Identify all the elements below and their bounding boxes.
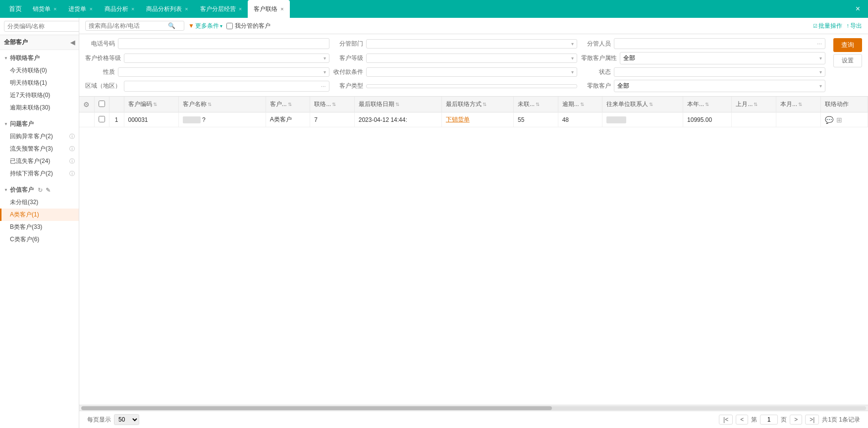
sidebar-item-churned[interactable]: 已流失客户(24) ⓘ: [0, 155, 79, 167]
td-name: Ea ?: [178, 112, 266, 127]
nav-tab-customer-ops[interactable]: 客户分层经营 ×: [194, 0, 248, 18]
refresh-icon[interactable]: ↻: [38, 187, 43, 194]
nav-tab-purchase[interactable]: 进货单 ×: [62, 0, 98, 18]
scrollbar-track[interactable]: [81, 406, 866, 410]
sort-icon[interactable]: ⇅: [288, 102, 292, 107]
nav-tab-sales[interactable]: 销货单 ×: [27, 0, 62, 18]
gear-icon[interactable]: ⚙: [83, 101, 90, 108]
sort-icon[interactable]: ⇅: [649, 102, 653, 107]
price-grade-select[interactable]: ▾: [124, 54, 329, 63]
dots-icon[interactable]: ···: [321, 83, 326, 90]
sidebar-item-tomorrow[interactable]: 明天待联络(1): [0, 77, 79, 89]
scrollbar-thumb[interactable]: [81, 406, 552, 410]
sidebar-group-pending-title[interactable]: ▼ 待联络客户: [0, 52, 79, 64]
first-page-btn[interactable]: |<: [719, 415, 733, 425]
info-icon: ⓘ: [69, 133, 75, 140]
edit-icon[interactable]: ✎: [46, 187, 51, 194]
sidebar-item-ungroup[interactable]: 未分组(32): [0, 196, 79, 209]
settings-button[interactable]: 设置: [833, 54, 862, 67]
prev-page-btn[interactable]: <: [736, 415, 748, 425]
scatter-prop-select[interactable]: 全部 ▾: [620, 52, 825, 64]
page-number-input[interactable]: [760, 415, 778, 425]
export-btn[interactable]: ↑ 导出: [846, 22, 862, 30]
dept-select[interactable]: ▾: [366, 39, 578, 49]
close-icon[interactable]: ×: [54, 6, 56, 12]
region-select[interactable]: ···: [124, 81, 329, 92]
sort-icon[interactable]: ⇅: [580, 102, 584, 107]
td-this-year: 10995.00: [683, 112, 732, 127]
sidebar-item-b-class[interactable]: B类客户(33): [0, 221, 79, 233]
close-icon[interactable]: ×: [280, 6, 283, 12]
triangle-icon: ▼: [4, 188, 8, 192]
more-filters-btn[interactable]: ▼ 更多条件 ▾: [188, 22, 222, 30]
sort-icon[interactable]: ⇅: [536, 102, 540, 107]
td-overdue: 48: [558, 112, 602, 127]
main-search-icon[interactable]: 🔍: [168, 22, 175, 29]
sidebar-item-churn-warning[interactable]: 流失预警客户(3) ⓘ: [0, 143, 79, 155]
sidebar-item-a-class[interactable]: A类客户(1): [0, 209, 79, 221]
query-button[interactable]: 查询: [833, 38, 862, 52]
nav-home[interactable]: 首页: [4, 4, 27, 13]
global-close-icon[interactable]: ×: [852, 4, 864, 13]
td-unit-contact: RE .: [602, 112, 683, 127]
chat-icon[interactable]: 💬: [825, 116, 833, 124]
sort-icon[interactable]: ⇅: [705, 102, 709, 107]
sort-icon[interactable]: ⇅: [754, 102, 758, 107]
payment-select[interactable]: ▾: [366, 67, 578, 77]
sort-icon[interactable]: ⇅: [153, 102, 157, 107]
main-search-input[interactable]: [89, 22, 168, 29]
horizontal-scrollbar[interactable]: [79, 405, 868, 411]
sort-icon[interactable]: ⇅: [798, 102, 802, 107]
sort-icon[interactable]: ⇅: [483, 102, 487, 107]
th-last-date: 最后联络日期⇅: [354, 97, 441, 112]
status-select[interactable]: ▾: [614, 67, 825, 77]
th-unit-contact: 往来单位联系人⇅: [602, 97, 683, 112]
sort-icon[interactable]: ⇅: [332, 102, 336, 107]
sidebar-group-value: ▼ 价值客户 ↻ ✎ 未分组(32) A类客户(1) B类客户(33) C类客户…: [0, 182, 79, 248]
sidebar-item-declining[interactable]: 持续下滑客户(2) ⓘ: [0, 167, 79, 180]
my-customers-checkbox[interactable]: [226, 23, 233, 29]
sidebar-item-7days[interactable]: 近7天待联络(0): [0, 89, 79, 102]
sidebar-item-today[interactable]: 今天待联络(0): [0, 64, 79, 77]
dots-icon[interactable]: ···: [817, 40, 822, 47]
batch-op-btn[interactable]: ☑ 批量操作: [813, 22, 842, 30]
info-icon: ⓘ: [69, 158, 75, 165]
sidebar-item-c-class[interactable]: C类客户(6): [0, 233, 79, 246]
last-page-btn[interactable]: >|: [805, 415, 819, 425]
per-page-select[interactable]: 50 100 200: [114, 414, 139, 425]
filter-region: 区域（地区） ···: [85, 81, 329, 92]
close-icon[interactable]: ×: [185, 6, 188, 12]
row-checkbox[interactable]: [99, 116, 105, 122]
cust-grade-select[interactable]: ▾: [366, 54, 578, 63]
th-number: [109, 97, 124, 112]
filter-payment: 收付款条件 ▾: [333, 67, 578, 77]
scatter-cust-select[interactable]: 全部 ▾: [614, 80, 825, 92]
close-icon[interactable]: ×: [89, 6, 92, 12]
next-page-btn[interactable]: >: [790, 415, 802, 425]
sort-icon[interactable]: ⇅: [395, 102, 399, 107]
masked-name: Ea: [183, 116, 201, 123]
filter-row-2: 客户价格等级 ▾ 客户等级 ▾: [85, 52, 825, 64]
sidebar-group-problem-title[interactable]: ▼ 问题客户: [0, 118, 79, 130]
sidebar-item-abnormal[interactable]: 回购异常客户(2) ⓘ: [0, 130, 79, 143]
sidebar-search-input[interactable]: [4, 21, 79, 32]
th-last-month: 上月...⇅: [732, 97, 776, 112]
close-icon[interactable]: ×: [239, 6, 242, 12]
nav-tab-analysis[interactable]: 商品分析 ×: [99, 0, 140, 18]
th-gear[interactable]: ⚙: [79, 97, 94, 112]
sidebar-all-customers-header[interactable]: 全部客户 ◀: [0, 35, 79, 50]
select-all-checkbox[interactable]: [99, 101, 105, 107]
person-select[interactable]: ···: [614, 38, 825, 49]
cust-type-select[interactable]: [366, 84, 578, 88]
collapse-icon[interactable]: ◀: [70, 39, 75, 46]
qr-icon[interactable]: ⊞: [836, 116, 842, 124]
sort-icon[interactable]: ⇅: [208, 102, 212, 107]
nature-select[interactable]: ▾: [118, 67, 329, 77]
sidebar-item-overdue[interactable]: 逾期未联络(30): [0, 102, 79, 114]
td-last-method[interactable]: 下销货单: [441, 112, 513, 127]
nav-tab-analysis-list[interactable]: 商品分析列表 ×: [140, 0, 194, 18]
phone-input[interactable]: [118, 38, 329, 49]
close-icon[interactable]: ×: [131, 6, 134, 12]
sidebar-group-value-title[interactable]: ▼ 价值客户 ↻ ✎: [0, 184, 79, 196]
nav-tab-customer-contact[interactable]: 客户联络 ×: [248, 0, 289, 18]
